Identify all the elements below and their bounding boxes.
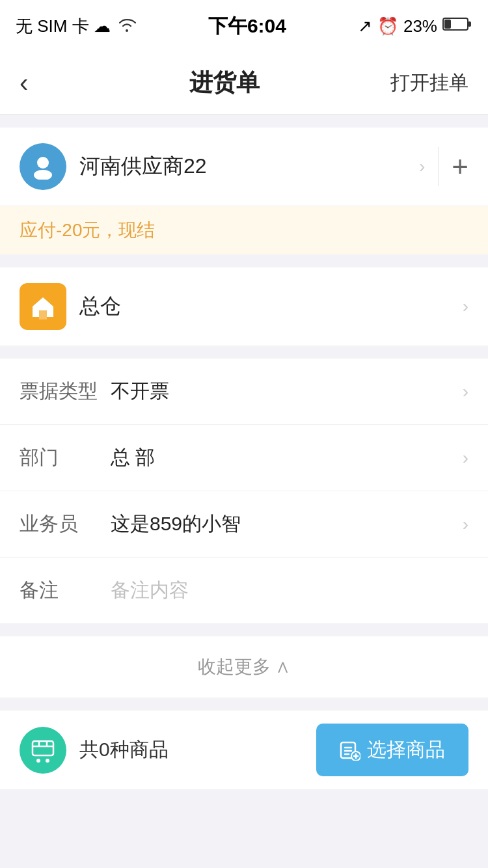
supplier-section: 河南供应商22 › + 应付-20元，现结: [0, 128, 488, 254]
supplier-name: 河南供应商22: [79, 152, 419, 181]
back-button[interactable]: ‹: [20, 68, 59, 98]
warehouse-row[interactable]: 总仓 ›: [0, 267, 488, 346]
salesperson-row[interactable]: 业务员 这是859的小智 ›: [0, 491, 488, 558]
warehouse-icon-wrap: [20, 283, 66, 330]
notice-bar: 应付-20元，现结: [0, 206, 488, 254]
status-time: 下午6:04: [208, 13, 286, 40]
cart-icon-wrap: [20, 727, 66, 774]
svg-rect-6: [39, 310, 47, 319]
dept-label: 部门: [20, 444, 111, 471]
remark-row[interactable]: 备注 备注内容: [0, 558, 488, 623]
invoice-value: 不开票: [111, 378, 463, 405]
warehouse-icon: [30, 293, 56, 319]
status-bar: 无 SIM 卡 ☁ 下午6:04 ↗ ⏰ 23%: [0, 0, 488, 52]
svg-point-9: [46, 759, 49, 763]
svg-rect-2: [444, 20, 451, 29]
warehouse-section: 总仓 ›: [0, 267, 488, 346]
section-gap-1: [0, 115, 488, 128]
svg-point-3: [37, 157, 49, 169]
bottom-bar: 共0种商品 选择商品: [0, 711, 488, 789]
chevron-right-icon: ›: [463, 448, 468, 468]
location-icon: ↗: [358, 16, 372, 36]
svg-point-4: [34, 170, 52, 180]
supplier-avatar: [20, 143, 66, 190]
item-count: 共0种商品: [79, 737, 316, 763]
collapse-button[interactable]: 收起更多 ∧: [0, 636, 488, 698]
select-goods-label: 选择商品: [367, 737, 445, 763]
chevron-right-icon: ›: [463, 514, 468, 535]
chevron-right-icon: ›: [463, 296, 468, 317]
warehouse-name: 总仓: [79, 292, 463, 321]
remark-label: 备注: [20, 577, 111, 604]
invoice-label: 票据类型: [20, 378, 111, 405]
person-icon: [30, 154, 56, 180]
chevron-right-icon: ›: [419, 156, 425, 177]
chevron-right-icon: ›: [463, 381, 468, 402]
battery-percent: 23%: [403, 16, 437, 36]
svg-rect-7: [33, 741, 53, 755]
status-right: ↗ ⏰ 23%: [358, 16, 472, 36]
form-section: 票据类型 不开票 › 部门 总 部 › 业务员 这是859的小智 › 备注 备注…: [0, 359, 488, 623]
status-left: 无 SIM 卡 ☁: [16, 15, 137, 38]
page-title: 进货单: [189, 67, 260, 99]
invoice-row[interactable]: 票据类型 不开票 ›: [0, 359, 488, 425]
select-goods-icon: [340, 740, 360, 761]
salesperson-value: 这是859的小智: [111, 511, 463, 537]
cart-icon: [30, 737, 56, 763]
nav-bar: ‹ 进货单 打开挂单: [0, 52, 488, 115]
salesperson-label: 业务员: [20, 511, 111, 537]
sim-indicator: 无 SIM 卡 ☁: [16, 15, 111, 38]
svg-point-8: [36, 759, 40, 763]
page-background: [0, 789, 488, 868]
open-pending-button[interactable]: 打开挂单: [390, 70, 468, 96]
dept-value: 总 部: [111, 444, 463, 471]
alarm-icon: ⏰: [377, 16, 398, 36]
wifi-icon: [117, 16, 137, 36]
battery-icon: [442, 16, 472, 36]
select-goods-button[interactable]: 选择商品: [316, 724, 468, 776]
dept-row[interactable]: 部门 总 部 ›: [0, 425, 488, 491]
supplier-row[interactable]: 河南供应商22 › +: [0, 128, 488, 206]
svg-rect-1: [468, 21, 471, 27]
divider: [438, 147, 439, 186]
add-supplier-button[interactable]: +: [452, 150, 468, 183]
remark-input[interactable]: 备注内容: [111, 577, 468, 604]
